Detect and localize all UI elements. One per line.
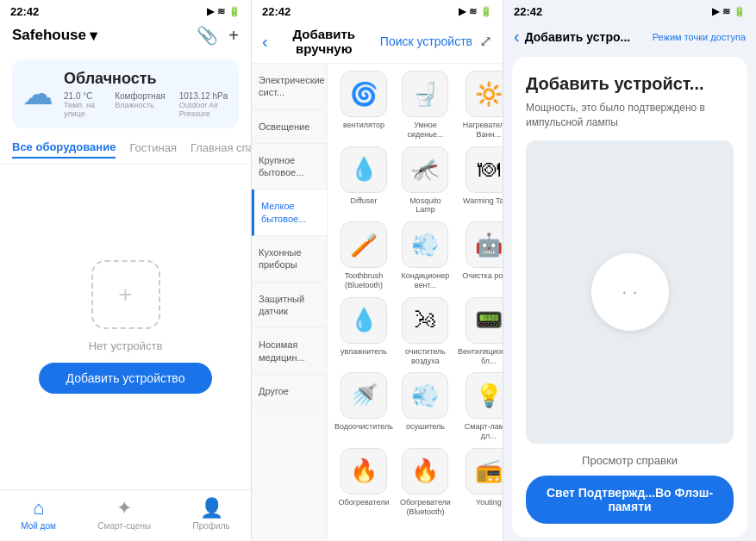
device-toothbrush[interactable]: 🪥 Toothbrush (Bluetooth) [334, 221, 393, 290]
home-header: Safehouse ▾ 📎 + [0, 22, 251, 53]
device-diffuser[interactable]: 💧 Diffuser [334, 146, 393, 215]
toothbrush-icon: 🪥 [341, 221, 387, 268]
cat-small-appliance[interactable]: Мелкое бытовое... [252, 190, 327, 236]
weather-card: ☁ Облачность 21.0 °C Темп. на улице Комф… [12, 59, 239, 128]
diffuser-label: Diffuser [351, 196, 378, 206]
wifi-icon: ≋ [217, 6, 225, 17]
conditioner-vent-icon: 💨 [402, 221, 448, 268]
room-tabs: Все оборудование Гостиная Главная спа...… [0, 135, 251, 165]
time-2: 22:42 [262, 5, 291, 18]
device-air-purifier[interactable]: 🌬 очиститель воздуха [400, 297, 451, 366]
battery-icon: 🔋 [228, 6, 241, 17]
signal-icon-2: ▶ [459, 6, 465, 17]
add-device-heading: Добавить устройст... [526, 74, 734, 94]
add-manually-title: Добавить вручную [275, 27, 373, 56]
back-button-3[interactable]: ‹ [514, 27, 520, 47]
status-icons-3: ▶ ≋ 🔋 [712, 6, 746, 17]
temp-value: 21.0 °C [64, 91, 92, 101]
device-humidifier[interactable]: 💧 увлажнитель [334, 297, 393, 366]
devices-grid: 🌀 вентилятор 🚽 Умное сиденье... 🔆 Нагрев… [328, 64, 503, 541]
add-icon[interactable]: + [228, 26, 239, 46]
cat-other[interactable]: Другое [252, 375, 327, 408]
device-preview: · · [526, 140, 734, 444]
mosquito-lamp-icon: 🦟 [402, 146, 448, 193]
cat-lighting[interactable]: Освещение [252, 110, 327, 144]
heater-bt-icon: 🔥 [402, 448, 448, 494]
device-heater-bt[interactable]: 🔥 Обогреватели (Bluetooth) [400, 448, 451, 517]
tab-all-equipment[interactable]: Все оборудование [12, 140, 116, 159]
wifi-icon-3: ≋ [722, 6, 730, 17]
temp-stat: 21.0 °C Темп. на улице [64, 91, 101, 118]
tab-living-room[interactable]: Гостиная [129, 141, 177, 158]
add-device-desc: Мощность, это было подтверждено в импуль… [526, 101, 734, 130]
search-label[interactable]: Поиск устройств [380, 34, 472, 48]
add-device-button[interactable]: Добавить устройство [39, 363, 213, 394]
panel-home: 22:42 ▶ ≋ 🔋 Safehouse ▾ 📎 + ☁ Облачность… [0, 0, 252, 541]
flash-memory-button[interactable]: Свет Подтвержд...Во Флэш-памяти [526, 476, 734, 524]
back-button-2[interactable]: ‹ [262, 32, 268, 52]
signal-icon: ▶ [207, 6, 214, 17]
device-conditioner-vent[interactable]: 💨 Кондиционер вент... [400, 221, 451, 290]
attach-icon[interactable]: 📎 [197, 25, 218, 46]
device-ventilation-block[interactable]: 📟 Вентиляционный бл... [458, 297, 503, 366]
weather-stats: 21.0 °C Темп. на улице Комфортная Влажно… [64, 91, 228, 118]
status-icons-2: ▶ ≋ 🔋 [459, 6, 492, 17]
cat-kitchen[interactable]: Кухонные приборы [252, 236, 327, 283]
device-water-purifier[interactable]: 🚿 Водоочиститель [334, 372, 393, 441]
pressure-value: 1013.12 hPa [179, 91, 228, 101]
weather-title: Облачность [64, 70, 228, 88]
smart-seat-icon: 🚽 [402, 71, 448, 117]
heater-bt-label: Обогреватели (Bluetooth) [400, 498, 451, 517]
nav-home[interactable]: ⌂ Мой дом [21, 497, 56, 531]
robot-cleaner-label: Очистка робот [462, 271, 503, 281]
device-mosquito-lamp[interactable]: 🦟 Mosquito Lamp [400, 146, 451, 215]
nav-scenes[interactable]: ✦ Смарт-сцены [97, 497, 151, 531]
access-point-mode[interactable]: Режим точки доступа [653, 32, 746, 42]
fan-icon: 🌀 [341, 71, 387, 117]
time-1: 22:42 [10, 5, 39, 18]
device-youting[interactable]: 📻 Youting [458, 448, 503, 517]
heater-bath-icon: 🔆 [465, 71, 503, 117]
add-manually-header: ‹ Добавить вручную Поиск устройств ⤢ [252, 22, 503, 64]
no-devices-text: Нет устройств [89, 339, 163, 352]
smart-lamp-label: Смарт-лампа дл... [458, 422, 503, 441]
humidity-value: Комфортная [115, 91, 165, 101]
device-robot-cleaner[interactable]: 🤖 Очистка робот [458, 221, 503, 290]
nav-profile[interactable]: 👤 Профиль [193, 497, 230, 531]
smart-lamp-icon: 💡 [465, 372, 503, 419]
nav-profile-label: Профиль [193, 521, 230, 531]
cat-large-appliance[interactable]: Крупное бытовое... [252, 144, 327, 190]
panel-add-manually: 22:42 ▶ ≋ 🔋 ‹ Добавить вручную Поиск уст… [252, 0, 503, 541]
add-device-title: Добавить устро... [525, 30, 647, 44]
cat-security-sensor[interactable]: Защитный датчик [252, 283, 327, 329]
device-preview-icon: · · [622, 281, 637, 303]
home-nav-icon: ⌂ [33, 497, 44, 519]
temp-label: Темп. на улице [64, 101, 101, 118]
cat-wearable-medical[interactable]: Носимая медицин... [252, 328, 327, 375]
heater-label: Обогреватели [338, 498, 389, 507]
device-dehumidifier[interactable]: 💨 осушитель [400, 372, 451, 441]
weather-info: Облачность 21.0 °C Темп. на улице Комфор… [64, 70, 228, 118]
water-purifier-icon: 🚿 [341, 372, 387, 419]
device-smart-lamp[interactable]: 💡 Смарт-лампа дл... [458, 372, 503, 441]
status-bar-1: 22:42 ▶ ≋ 🔋 [0, 0, 251, 22]
device-heater[interactable]: 🔥 Обогреватели [334, 448, 393, 517]
cat-electrical[interactable]: Электрические сист... [252, 64, 327, 110]
device-heater-bath[interactable]: 🔆 Нагреватель в Ванн... [458, 71, 503, 140]
chevron-down-icon: ▾ [90, 27, 97, 45]
tab-main-spa[interactable]: Главная спа... [191, 141, 252, 158]
device-fan[interactable]: 🌀 вентилятор [334, 71, 393, 140]
expand-icon[interactable]: ⤢ [479, 32, 492, 51]
device-warming-table[interactable]: 🍽 Warming Table [458, 146, 503, 215]
battery-icon-3: 🔋 [734, 6, 746, 17]
home-title[interactable]: Safehouse ▾ [12, 27, 97, 45]
humidifier-label: увлажнитель [341, 347, 387, 357]
device-smart-seat[interactable]: 🚽 Умное сиденье... [400, 71, 451, 140]
header-actions: 📎 + [197, 25, 239, 46]
air-purifier-icon: 🌬 [402, 297, 448, 344]
help-text[interactable]: Просмотр справки [526, 454, 734, 467]
humidity-label: Влажность [115, 101, 165, 109]
dehumidifier-label: осушитель [406, 422, 445, 432]
empty-state: + Нет устройств Добавить устройство [0, 165, 251, 489]
bottom-nav: ⌂ Мой дом ✦ Смарт-сцены 👤 Профиль [0, 489, 251, 541]
